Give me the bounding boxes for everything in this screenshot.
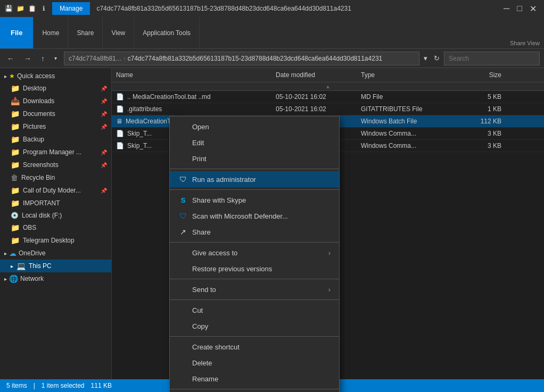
- search-input[interactable]: [444, 52, 540, 65]
- onedrive-section[interactable]: ▸ ☁ OneDrive: [0, 247, 111, 260]
- sidebar-item-telegram[interactable]: 📁 Telegram Desktop: [0, 234, 111, 247]
- copy-icon[interactable]: 📋: [28, 4, 36, 13]
- sidebar-item-local-disk[interactable]: 💿 Local disk (F:): [0, 210, 111, 221]
- ctx-send-to-label: Send to: [192, 286, 216, 294]
- sidebar-item-label: Local disk (F:): [22, 212, 62, 219]
- shortcut-icon: [178, 342, 188, 352]
- ctx-share[interactable]: ↗ Share: [170, 224, 339, 240]
- ctx-restore-versions[interactable]: Restore previous versions: [170, 261, 339, 277]
- sidebar-item-pictures[interactable]: 📁 Pictures 📌: [0, 120, 111, 133]
- recycle-icon: 🗑: [11, 173, 18, 182]
- ctx-give-access[interactable]: Give access to ›: [170, 245, 339, 261]
- forward-button[interactable]: →: [21, 53, 34, 64]
- file-type: Windows Comma...: [357, 141, 452, 151]
- breadcrumb-root[interactable]: c74dc774a8fb81...: [69, 55, 121, 62]
- ctx-print-label: Print: [192, 155, 207, 163]
- column-header-name[interactable]: Name: [112, 70, 271, 80]
- column-header-size[interactable]: Size: [452, 70, 506, 80]
- selected-count: 1 item selected: [42, 382, 85, 389]
- pin-icon: 📌: [101, 149, 107, 155]
- sidebar-item-screenshots[interactable]: 📁 Screenshots 📌: [0, 159, 111, 171]
- downloads-icon: 📥: [11, 97, 20, 105]
- network-section[interactable]: ▸ 🌐 Network: [0, 272, 111, 285]
- ctx-separator: [170, 389, 339, 389]
- sidebar-item-recycle-bin[interactable]: 🗑 Recycle Bin: [0, 171, 111, 184]
- folder-icon: 📁: [11, 236, 20, 245]
- column-header-type[interactable]: Type: [357, 70, 452, 80]
- ctx-send-to[interactable]: Send to ›: [170, 281, 339, 297]
- ctx-delete[interactable]: Delete: [170, 355, 339, 371]
- pin-icon: 📌: [101, 188, 107, 194]
- ctx-share-skype[interactable]: S Share with Skype: [170, 192, 339, 208]
- folder-icon[interactable]: 📁: [16, 4, 24, 13]
- ctx-open[interactable]: Open: [170, 119, 339, 135]
- save-icon[interactable]: 💾: [4, 4, 13, 13]
- ctx-scan-defender-label: Scan with Microsoft Defender...: [192, 212, 288, 220]
- tab-share[interactable]: Share: [68, 17, 103, 48]
- column-header-date[interactable]: Date modified: [271, 70, 357, 80]
- sidebar-item-downloads[interactable]: 📥 Downloads 📌: [0, 95, 111, 107]
- ctx-rename[interactable]: Rename: [170, 371, 339, 387]
- ctx-rename-label: Rename: [192, 375, 218, 383]
- ctx-copy[interactable]: Copy: [170, 318, 339, 334]
- quick-access-expand-icon: ▸: [4, 73, 7, 79]
- table-row[interactable]: 📄 .gitattributes 05-10-2021 16:02 GITATT…: [112, 103, 544, 115]
- separator: |: [34, 382, 35, 389]
- close-button[interactable]: ✕: [526, 4, 540, 14]
- properties-icon[interactable]: ℹ: [39, 4, 48, 13]
- address-bar: ← → ↑ ▾ c74dc774a8fb81... › c74dc774a8fb…: [0, 49, 544, 68]
- sidebar-item-obs[interactable]: 📁 OBS: [0, 221, 111, 234]
- ribbon: File Home Share View Application Tools S…: [0, 17, 544, 49]
- file-size: 5 KB: [452, 92, 506, 102]
- ctx-print[interactable]: Print: [170, 151, 339, 166]
- ctx-scan-defender[interactable]: 🛡 Scan with Microsoft Defender...: [170, 208, 339, 224]
- address-expand-button[interactable]: ▾: [424, 54, 427, 62]
- ctx-share-label: Share: [192, 228, 211, 236]
- ctx-arrow-icon: ›: [328, 286, 331, 294]
- share-icon: ↗: [178, 227, 188, 237]
- file-type: MD File: [357, 92, 452, 102]
- defender-icon: 🛡: [178, 211, 188, 221]
- refresh-button[interactable]: ↻: [434, 54, 440, 62]
- folder-icon: 📁: [11, 84, 20, 93]
- sidebar-item-label: Screenshots: [23, 161, 59, 169]
- ctx-separator: [170, 169, 339, 169]
- ctx-create-shortcut[interactable]: Create shortcut: [170, 339, 339, 355]
- tab-file[interactable]: File: [0, 17, 34, 48]
- sidebar-item-label: Documents: [23, 110, 55, 118]
- ctx-edit[interactable]: Edit: [170, 135, 339, 151]
- sidebar-item-backup[interactable]: 📁 Backup: [0, 133, 111, 146]
- this-pc-section[interactable]: ▸ 💻 This PC: [0, 260, 111, 272]
- tab-application-tools[interactable]: Application Tools: [134, 17, 200, 48]
- title-bar-icons: 💾 📁 📋 ℹ: [4, 4, 48, 13]
- onedrive-expand-icon: ▸: [4, 251, 7, 256]
- restore-icon: [178, 264, 188, 273]
- tab-home[interactable]: Home: [34, 17, 68, 48]
- sidebar-item-important[interactable]: 📁 IMPORTANT: [0, 197, 111, 210]
- address-path[interactable]: c74dc774a8fb81... › c74dc774a8fb81a332b5…: [64, 52, 419, 65]
- send-icon: [178, 285, 188, 294]
- ctx-run-admin[interactable]: 🛡 Run as administrator: [170, 171, 339, 187]
- quick-access-section[interactable]: ▸ ★ Quick access: [0, 70, 111, 82]
- maximize-button[interactable]: □: [514, 4, 525, 14]
- cut-icon: [178, 305, 188, 315]
- sidebar-item-program-manager[interactable]: 📁 Program Manager ... 📌: [0, 146, 111, 159]
- sidebar-item-documents[interactable]: 📁 Documents 📌: [0, 107, 111, 120]
- tab-view[interactable]: View: [103, 17, 134, 48]
- ctx-cut[interactable]: Cut: [170, 302, 339, 318]
- sidebar: ▸ ★ Quick access 📁 Desktop 📌 📥 Downloads…: [0, 68, 112, 379]
- sidebar-item-call-of-duty[interactable]: 📁 Call of Duty Moder... 📌: [0, 184, 111, 197]
- recent-locations-button[interactable]: ▾: [52, 54, 60, 62]
- sidebar-item-desktop[interactable]: 📁 Desktop 📌: [0, 82, 111, 95]
- table-row[interactable]: 📄 .. MediaCreationTool.bat ..md 05-10-20…: [112, 91, 544, 103]
- back-button[interactable]: ←: [4, 53, 17, 64]
- file-icon: 📄: [116, 130, 124, 137]
- minimize-button[interactable]: ─: [500, 4, 513, 14]
- ctx-delete-label: Delete: [192, 359, 212, 367]
- manage-button[interactable]: Manage: [52, 2, 90, 15]
- up-button[interactable]: ↑: [38, 53, 47, 64]
- breadcrumb-current[interactable]: c74dc774a8fb81a332b5d65613187b15-23d8788…: [128, 55, 382, 62]
- pin-icon: 📌: [101, 98, 107, 104]
- file-name-text: .. MediaCreationTool.bat ..md: [127, 93, 211, 101]
- tab-application-tools-label: Application Tools: [143, 29, 191, 37]
